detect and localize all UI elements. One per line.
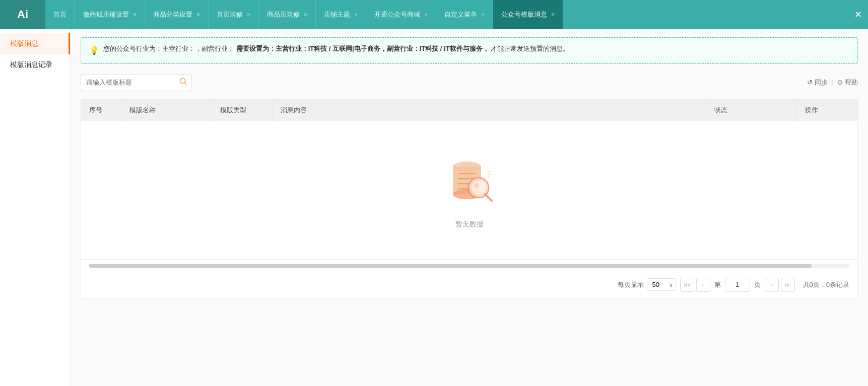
search-bar: ↺ 同步 | ⊙ 帮助: [81, 74, 858, 91]
page-size-label: 每页显示: [618, 280, 644, 289]
app-logo: Ai: [0, 0, 45, 29]
page-label-after: 页: [754, 280, 761, 289]
scrollbar-thumb[interactable]: [89, 264, 812, 268]
page-size-dropdown[interactable]: 10 20 50 100: [647, 278, 676, 291]
next-page-button[interactable]: ›: [765, 278, 779, 292]
close-tab-icon[interactable]: ×: [481, 11, 485, 18]
prev-page-button[interactable]: ‹: [696, 278, 710, 292]
main-layout: 模版消息 模版消息记录 💡 您的公众号行业为：主营行业：，副营行业： 需要设置为…: [0, 29, 868, 386]
search-actions: ↺ 同步 | ⊙ 帮助: [807, 78, 858, 87]
empty-text: 暂无数据: [455, 220, 484, 229]
nav-tab-home[interactable]: 首页: [45, 0, 75, 29]
close-tab-icon[interactable]: ×: [247, 11, 250, 18]
column-header-content: 消息内容: [273, 100, 706, 121]
close-all-tabs-button[interactable]: ✕: [848, 0, 868, 29]
notice-highlight: 需要设置为：主营行业：IT科技 / 互联网|电子商务，副营行业：IT科技 / I…: [236, 45, 489, 52]
search-button[interactable]: [179, 78, 187, 88]
refresh-icon: ↺: [807, 79, 813, 86]
nav-tab-category-settings[interactable]: 商品分类设置×: [145, 0, 209, 29]
column-header-name: 模版名称: [121, 100, 212, 121]
table-header: 序号 模版名称 模版类型 消息内容 状态 操作: [81, 100, 857, 121]
page-label-before: 第: [714, 280, 721, 289]
close-tab-icon[interactable]: ×: [196, 11, 200, 18]
page-navigation: ⏮ ‹ 第 页 › ⏭: [680, 278, 795, 292]
content-area: 💡 您的公众号行业为：主营行业：，副营行业： 需要设置为：主营行业：IT科技 /…: [71, 29, 868, 386]
nav-tab-home-decoration[interactable]: 首页装修×: [209, 0, 259, 29]
page-size-wrap: 10 20 50 100: [647, 278, 676, 291]
horizontal-scrollbar[interactable]: [81, 259, 857, 272]
divider: |: [832, 79, 833, 86]
close-tab-icon[interactable]: ×: [354, 11, 358, 18]
page-total: 共0页，0条记录: [803, 280, 849, 289]
close-tab-icon[interactable]: ×: [133, 11, 137, 18]
sidebar: 模版消息 模版消息记录: [0, 29, 71, 386]
svg-point-10: [472, 181, 486, 195]
scrollbar-track: [89, 264, 849, 268]
svg-line-13: [488, 171, 490, 173]
close-tab-icon[interactable]: ×: [304, 11, 307, 18]
sidebar-item-template-msg[interactable]: 模版消息: [0, 33, 70, 54]
sync-button[interactable]: ↺ 同步: [807, 78, 828, 87]
search-input-wrap: [81, 74, 191, 91]
column-header-type: 模版类型: [212, 100, 273, 121]
column-header-index: 序号: [81, 100, 121, 121]
nav-tab-open-mall[interactable]: 开通公众号商城×: [366, 0, 436, 29]
nav-tab-product-decoration[interactable]: 商品页装修×: [259, 0, 316, 29]
last-page-button[interactable]: ⏭: [781, 278, 795, 292]
close-tab-icon[interactable]: ×: [551, 11, 555, 18]
nav-tabs: 首页微商城店铺设置×商品分类设置×首页装修×商品页装修×店铺主题×开通公众号商城…: [45, 0, 848, 29]
nav-tab-shop-theme[interactable]: 店铺主题×: [316, 0, 366, 29]
empty-illustration: [439, 151, 500, 212]
column-header-status: 状态: [706, 100, 797, 121]
close-tab-icon[interactable]: ×: [424, 11, 428, 18]
page-size-select: 每页显示 10 20 50 100: [618, 278, 676, 291]
nav-tab-template-msg[interactable]: 公众号模版消息×: [493, 0, 563, 29]
sidebar-item-template-msg-log[interactable]: 模版消息记录: [0, 54, 70, 75]
data-table: 序号 模版名称 模版类型 消息内容 状态 操作: [81, 99, 858, 298]
notice-text: 您的公众号行业为：主营行业：，副营行业： 需要设置为：主营行业：IT科技 / 互…: [103, 44, 569, 54]
notice-banner: 💡 您的公众号行业为：主营行业：，副营行业： 需要设置为：主营行业：IT科技 /…: [81, 37, 858, 64]
nav-tab-custom-menu[interactable]: 自定义菜单×: [436, 0, 493, 29]
pagination: 每页显示 10 20 50 100 ⏮ ‹ 第 页: [81, 272, 857, 298]
svg-line-15: [488, 176, 490, 178]
first-page-button[interactable]: ⏮: [680, 278, 694, 292]
svg-point-12: [474, 183, 479, 188]
search-input[interactable]: [81, 74, 191, 91]
svg-line-11: [485, 194, 492, 201]
nav-tab-shop-settings[interactable]: 微商城店铺设置×: [75, 0, 145, 29]
notice-icon: 💡: [89, 44, 99, 57]
help-button[interactable]: ⊙ 帮助: [837, 78, 858, 87]
svg-line-1: [185, 83, 187, 85]
top-nav: Ai 首页微商城店铺设置×商品分类设置×首页装修×商品页装修×店铺主题×开通公众…: [0, 0, 868, 29]
current-page-input[interactable]: [725, 278, 750, 292]
help-icon: ⊙: [837, 79, 843, 86]
column-header-action: 操作: [797, 100, 857, 121]
empty-state: 暂无数据: [81, 121, 857, 259]
